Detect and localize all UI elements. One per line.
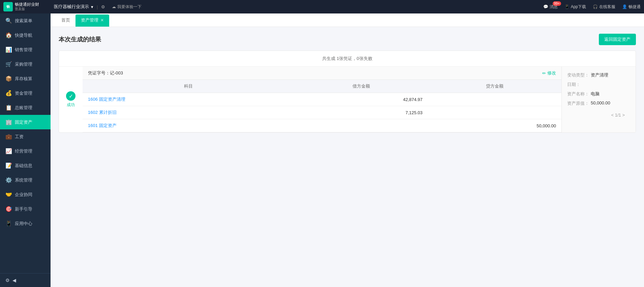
edit-button[interactable]: ✏ 修改 xyxy=(542,70,556,76)
guide-icon: 🎯 xyxy=(5,206,12,212)
logo-icon: 畅 xyxy=(3,2,13,11)
company-selector[interactable]: 医疗器械行业演示 ▾ xyxy=(54,4,93,10)
sidebar-item-basicinfo[interactable]: 📝 基础信息 xyxy=(0,158,51,173)
sidebar-item-search[interactable]: 🔍 搜索菜单 xyxy=(0,13,51,28)
return-button[interactable]: 返回固定资产 xyxy=(599,34,636,45)
user-btn[interactable]: 👤 畅捷通 xyxy=(622,4,641,10)
col-subject: 科目 xyxy=(83,80,295,93)
date-label: 日期： xyxy=(567,82,591,88)
headset-icon: 🎧 xyxy=(593,4,598,9)
success-text: 成功 xyxy=(67,102,75,108)
tab-assets[interactable]: 资产管理 ✕ xyxy=(75,14,109,27)
sidebar-label-inventory: 库存核算 xyxy=(15,76,32,82)
col-debit: 借方金额 xyxy=(295,80,428,93)
sidebar-label-finance: 资金管理 xyxy=(15,90,32,96)
result-panel: 共生成 1张凭证，0张失败 ✓ 成功 凭证字号：记-003 xyxy=(59,51,636,133)
fixedassets-icon: 🏢 xyxy=(5,119,12,125)
sidebar-item-quicknav[interactable]: 🏠 快捷导航 xyxy=(0,28,51,42)
table-row: 1602 累计折旧 7,125.03 xyxy=(83,106,561,119)
sidebar-label-search: 搜索菜单 xyxy=(15,18,32,24)
sidebar-bottom: ⚙ ◀ xyxy=(0,273,51,287)
voucher-header: 凭证字号：记-003 ✏ 修改 xyxy=(83,67,561,80)
user-icon: 👤 xyxy=(622,4,627,9)
row3-subject: 1601 固定资产 xyxy=(83,119,295,132)
status-column: ✓ 成功 xyxy=(59,67,83,132)
content-area: 首页 资产管理 ✕ 本次生成的结果 返回固定资产 共生成 1张凭证，0张失败 xyxy=(51,13,644,287)
pagination[interactable]: < 1/1 > xyxy=(567,110,630,120)
message-icon: 💬 xyxy=(543,4,548,9)
voucher-number: 凭证字号：记-003 xyxy=(88,70,123,76)
row2-subject: 1602 累计折旧 xyxy=(83,106,295,119)
logo-sub: 普及版 xyxy=(15,7,39,11)
sidebar-item-cooperation[interactable]: 🤝 企业协同 xyxy=(0,187,51,202)
row3-debit xyxy=(295,119,428,132)
page-header: 本次生成的结果 返回固定资产 xyxy=(59,34,636,45)
experience-link[interactable]: ☁ 我要体验一下 xyxy=(112,4,142,10)
sidebar-item-inventory[interactable]: 📦 库存核算 xyxy=(0,71,51,86)
sidebar-item-guide[interactable]: 🎯 新手引导 xyxy=(0,202,51,216)
voucher-section: ✓ 成功 凭证字号：记-003 ✏ 修改 xyxy=(59,67,636,132)
summary-text: 共生成 1张凭证，0张失败 xyxy=(322,56,372,61)
company-name: 医疗器械行业演示 xyxy=(54,4,89,10)
row1-subject: 1606 固定资产清理 xyxy=(83,93,295,106)
sidebar: 🔍 搜索菜单 🏠 快捷导航 📊 销售管理 🛒 采购管理 📦 库存核算 💰 资金管… xyxy=(0,13,51,287)
basicinfo-icon: 📝 xyxy=(5,162,12,169)
appcenter-icon: 📱 xyxy=(5,220,12,227)
change-type-row: 变动类型： 资产清理 xyxy=(567,72,630,78)
tab-home-label: 首页 xyxy=(61,18,70,23)
finance-icon: 💰 xyxy=(5,90,12,96)
page-content: 本次生成的结果 返回固定资产 共生成 1张凭证，0张失败 ✓ 成功 xyxy=(51,27,644,287)
sidebar-item-finance[interactable]: 💰 资金管理 xyxy=(0,86,51,100)
online-service-label: 在线客服 xyxy=(599,4,615,10)
tabs-bar: 首页 资产管理 ✕ xyxy=(51,13,644,27)
tab-assets-label: 资产管理 xyxy=(81,17,98,23)
sidebar-item-fixedassets[interactable]: 🏢 固定资产 xyxy=(0,115,51,129)
sales-icon: 📊 xyxy=(5,46,12,53)
home-icon: 🏠 xyxy=(5,32,12,38)
operations-icon: 📈 xyxy=(5,148,12,154)
sidebar-item-system[interactable]: ⚙️ 系统管理 xyxy=(0,173,51,187)
collapse-icon[interactable]: ◀ xyxy=(12,278,16,283)
sidebar-label-appcenter: 应用中心 xyxy=(15,221,32,227)
settings-icon-btn[interactable]: ⚙ xyxy=(101,4,105,9)
asset-name-label: 资产名称： xyxy=(567,91,591,97)
sidebar-item-ledger[interactable]: 📋 总账管理 xyxy=(0,100,51,115)
voucher-right-panel: 变动类型： 资产清理 日期： 资产名称： 电脑 资产原值： xyxy=(561,67,636,132)
sidebar-label-operations: 经营管理 xyxy=(15,148,32,154)
change-type-value: 资产清理 xyxy=(591,72,608,78)
company-dropdown-icon: ▾ xyxy=(91,4,93,9)
asset-name-value: 电脑 xyxy=(591,91,600,97)
row1-debit: 42,874.97 xyxy=(295,93,428,106)
sidebar-label-cooperation: 企业协同 xyxy=(15,192,32,198)
main-layout: 🔍 搜索菜单 🏠 快捷导航 📊 销售管理 🛒 采购管理 📦 库存核算 💰 资金管… xyxy=(0,13,644,287)
online-service-btn[interactable]: 🎧 在线客服 xyxy=(593,4,615,10)
result-summary: 共生成 1张凭证，0张失败 xyxy=(59,51,636,67)
app-download-btn[interactable]: 📱 App下载 xyxy=(564,4,586,10)
top-bar: 畅 畅捷通好业财 普及版 医疗器械行业演示 ▾ | ⚙ ☁ 我要体验一下 💬 消… xyxy=(0,0,644,13)
sidebar-item-operations[interactable]: 📈 经营管理 xyxy=(0,144,51,158)
edit-label: 修改 xyxy=(547,70,556,76)
tab-home[interactable]: 首页 xyxy=(56,14,75,27)
sidebar-item-sales[interactable]: 📊 销售管理 xyxy=(0,42,51,57)
page-title: 本次生成的结果 xyxy=(59,35,101,43)
sidebar-label-ledger: 总账管理 xyxy=(15,105,32,111)
experience-cloud-icon: ☁ xyxy=(112,4,116,9)
original-value-value: 50,000.00 xyxy=(591,100,610,106)
messages-btn[interactable]: 💬 消息 99+ xyxy=(543,4,558,10)
user-label: 畅捷通 xyxy=(628,4,641,10)
purchase-icon: 🛒 xyxy=(5,61,12,67)
row1-credit xyxy=(428,93,561,106)
voucher-number-label: 凭证字号： xyxy=(88,70,110,75)
sidebar-item-purchase[interactable]: 🛒 采购管理 xyxy=(0,57,51,71)
tab-close-icon[interactable]: ✕ xyxy=(100,18,104,23)
sidebar-item-payroll[interactable]: 💼 工资 xyxy=(0,129,51,144)
inventory-icon: 📦 xyxy=(5,75,12,82)
sidebar-label-purchase: 采购管理 xyxy=(15,61,32,67)
messages-badge: 99+ xyxy=(553,1,561,6)
sidebar-label-guide: 新手引导 xyxy=(15,206,32,212)
settings-bottom-icon[interactable]: ⚙ xyxy=(5,278,10,283)
original-value-row: 资产原值： 50,000.00 xyxy=(567,100,630,106)
sidebar-item-appcenter[interactable]: 📱 应用中心 xyxy=(0,216,51,231)
sidebar-label-fixedassets: 固定资产 xyxy=(15,119,32,125)
voucher-number-value: 记-003 xyxy=(110,70,123,75)
